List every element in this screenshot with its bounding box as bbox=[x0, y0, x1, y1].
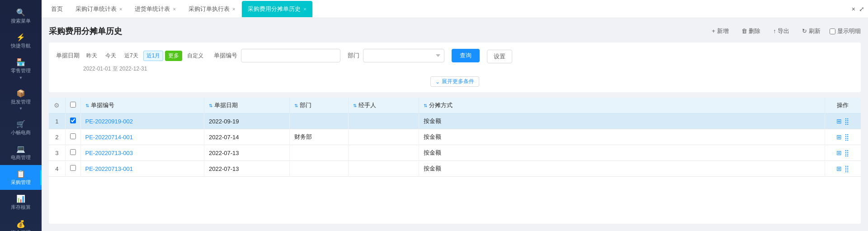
op-more-2[interactable]: ⣿ bbox=[844, 133, 849, 141]
header-row: ⚙ ⇅单据编号 ⇅单据日期 ⇅部门 bbox=[49, 98, 861, 113]
doc-no-link-3[interactable]: PE-20220713-003 bbox=[85, 150, 133, 156]
doc-no-link-1[interactable]: PE-20220919-002 bbox=[85, 118, 133, 125]
cell-op-3: ⊞ ⣿ bbox=[825, 145, 861, 161]
quick-btn-4[interactable]: 更多 bbox=[165, 51, 182, 61]
tab-close-purchase-order-exec[interactable]: × bbox=[232, 6, 235, 12]
sidebar-item-ecom[interactable]: 💻 电商管理 bbox=[0, 140, 42, 165]
export-button[interactable]: ↑ 导出 bbox=[769, 25, 793, 37]
cell-dept-4 bbox=[290, 161, 349, 177]
tab-home[interactable]: 首页 bbox=[45, 1, 69, 17]
show-cols-checkbox[interactable] bbox=[830, 28, 835, 34]
page-header: 采购费用分摊单历史 + 新增 🗑 删除 ↑ 导出 ↻ 刷新 显示明细 bbox=[49, 25, 861, 37]
expand-button[interactable]: ⌄ 展开更多条件 bbox=[430, 76, 479, 87]
cell-doc-no-4: PE-20220713-001 bbox=[80, 161, 204, 177]
cell-doc-no-2: PE-20220714-001 bbox=[80, 129, 204, 145]
tab-purchase-fee-history[interactable]: 采购费用分摊单历史× bbox=[242, 1, 312, 17]
sidebar-item-retail[interactable]: 🏪 零售管理 ▼ bbox=[0, 53, 42, 84]
op-more-4[interactable]: ⣿ bbox=[844, 165, 849, 172]
quick-btn-1[interactable]: 今天 bbox=[102, 51, 119, 61]
cell-doc-date-1: 2022-09-19 bbox=[204, 113, 290, 129]
arrow-icon-wholesale: ▼ bbox=[19, 106, 23, 111]
add-button[interactable]: + 新增 bbox=[708, 25, 732, 37]
op-edit-3[interactable]: ⊞ bbox=[836, 149, 842, 156]
tab-purchase-order-stats[interactable]: 采购订单统计表× bbox=[70, 1, 128, 17]
table-header: ⚙ ⇅单据编号 ⇅单据日期 ⇅部门 bbox=[49, 98, 861, 113]
expand-window-icon[interactable]: ⤢ bbox=[859, 5, 864, 13]
row-check-1[interactable] bbox=[70, 118, 76, 123]
cell-split-4: 按金额 bbox=[419, 161, 825, 177]
tab-purchase-order-exec[interactable]: 采购订单执行表× bbox=[183, 1, 241, 17]
cell-doc-date-3: 2022-07-13 bbox=[204, 145, 290, 161]
expand-icon: ⌄ bbox=[435, 79, 440, 85]
sidebar-icon-ecom: 💻 bbox=[16, 145, 25, 153]
doc-no-link-2[interactable]: PE-20220714-001 bbox=[85, 134, 133, 141]
row-check-3[interactable] bbox=[70, 149, 76, 155]
cell-op-4: ⊞ ⣿ bbox=[825, 161, 861, 177]
quick-btn-5[interactable]: 自定义 bbox=[184, 51, 207, 61]
op-edit-1[interactable]: ⊞ bbox=[836, 118, 842, 125]
row-num-1: 1 bbox=[49, 113, 65, 129]
cell-split-2: 按金额 bbox=[419, 129, 825, 145]
arrow-icon-retail: ▼ bbox=[19, 75, 23, 80]
tab-close-purchase-goods-stats[interactable]: × bbox=[173, 6, 175, 12]
op-more-1[interactable]: ⣿ bbox=[844, 118, 849, 125]
cell-op-1: ⊞ ⣿ bbox=[825, 113, 861, 129]
quick-btn-3[interactable]: 近1月 bbox=[143, 51, 164, 61]
sidebar-label-purchase: 采购管理 bbox=[11, 179, 31, 185]
sidebar-item-inventory[interactable]: 📊 库存核算 bbox=[0, 190, 42, 215]
op-edit-4[interactable]: ⊞ bbox=[836, 165, 842, 172]
table-row: 3 PE-20220713-003 2022-07-13 按金额 ⊞ ⣿ bbox=[49, 145, 861, 161]
row-check-2[interactable] bbox=[70, 133, 76, 139]
sidebar-item-search[interactable]: 🔍 搜索菜单 bbox=[0, 4, 42, 28]
search-button[interactable]: 查询 bbox=[452, 49, 480, 62]
sidebar-item-purchase[interactable]: 📋 采购管理 bbox=[0, 165, 42, 190]
settings-button[interactable]: 设置 bbox=[487, 50, 512, 63]
op-edit-2[interactable]: ⊞ bbox=[836, 133, 842, 141]
dept-select[interactable]: 财务部 bbox=[363, 49, 444, 62]
sidebar: 🔍 搜索菜单 ⚡ 快捷导航 🏪 零售管理 ▼ 📦 批发管理 ▼ 🛒 小畅电商 💻… bbox=[0, 0, 42, 231]
refresh-button[interactable]: ↻ 刷新 bbox=[798, 25, 824, 37]
quick-btn-0[interactable]: 昨天 bbox=[83, 51, 100, 61]
tab-close-purchase-order-stats[interactable]: × bbox=[119, 6, 122, 12]
row-check-4[interactable] bbox=[70, 165, 76, 171]
tab-label-purchase-goods-stats: 进货单统计表 bbox=[135, 5, 170, 13]
sidebar-label-quick: 快捷导航 bbox=[11, 43, 31, 49]
op-more-3[interactable]: ⣿ bbox=[844, 149, 849, 156]
doc-no-link-4[interactable]: PE-20220713-001 bbox=[85, 165, 133, 172]
sidebar-icon-wholesale: 📦 bbox=[16, 89, 25, 98]
col-checkbox-header bbox=[65, 98, 80, 113]
cell-dept-2: 财务部 bbox=[290, 129, 349, 145]
sidebar-label-ecom: 电商管理 bbox=[11, 155, 31, 160]
sidebar-item-quick[interactable]: ⚡ 快捷导航 bbox=[0, 28, 42, 53]
col-handler: ⇅经手人 bbox=[348, 98, 419, 113]
sidebar-label-finance: 资金管理 bbox=[11, 230, 31, 231]
cell-op-2: ⊞ ⣿ bbox=[825, 129, 861, 145]
select-all-checkbox[interactable] bbox=[70, 102, 76, 108]
col-handler-label: 经手人 bbox=[359, 101, 376, 109]
sidebar-icon-finance: 💰 bbox=[16, 220, 25, 228]
tab-purchase-goods-stats[interactable]: 进货单统计表× bbox=[129, 1, 181, 17]
table-row: 4 PE-20220713-001 2022-07-13 按金额 ⊞ ⣿ bbox=[49, 161, 861, 177]
sidebar-label-ecom-small: 小畅电商 bbox=[11, 130, 31, 136]
sidebar-item-wholesale[interactable]: 📦 批发管理 ▼ bbox=[0, 85, 42, 115]
sidebar-item-ecom-small[interactable]: 🛒 小畅电商 bbox=[0, 115, 42, 140]
settings-col-icon[interactable]: ⚙ bbox=[54, 102, 60, 109]
quick-btn-2[interactable]: 近7天 bbox=[121, 51, 142, 61]
expand-row: ⌄ 展开更多条件 bbox=[56, 76, 854, 87]
col-split-method: ⇅分摊方式 bbox=[419, 98, 825, 113]
cell-handler-3 bbox=[348, 145, 419, 161]
delete-button[interactable]: 🗑 删除 bbox=[738, 25, 764, 37]
page-title: 采购费用分摊单历史 bbox=[49, 26, 122, 37]
sort-icon-split: ⇅ bbox=[424, 103, 427, 108]
show-cols-label: 显示明细 bbox=[837, 27, 861, 35]
data-table: ⚙ ⇅单据编号 ⇅单据日期 ⇅部门 bbox=[49, 98, 861, 177]
date-field: 单据日期 昨天今天近7天近1月更多自定义 bbox=[56, 51, 207, 61]
table-body: 1 PE-20220919-002 2022-09-19 按金额 ⊞ ⣿ 2 bbox=[49, 113, 861, 177]
doc-no-input[interactable] bbox=[241, 49, 340, 62]
close-window-icon[interactable]: × bbox=[852, 5, 855, 13]
sidebar-item-finance[interactable]: 💰 资金管理 bbox=[0, 215, 42, 231]
col-op: 操作 bbox=[825, 98, 861, 113]
date-quick-btns: 昨天今天近7天近1月更多自定义 bbox=[83, 51, 207, 61]
tab-close-purchase-fee-history[interactable]: × bbox=[303, 6, 306, 12]
col-doc-no: ⇅单据编号 bbox=[80, 98, 204, 113]
